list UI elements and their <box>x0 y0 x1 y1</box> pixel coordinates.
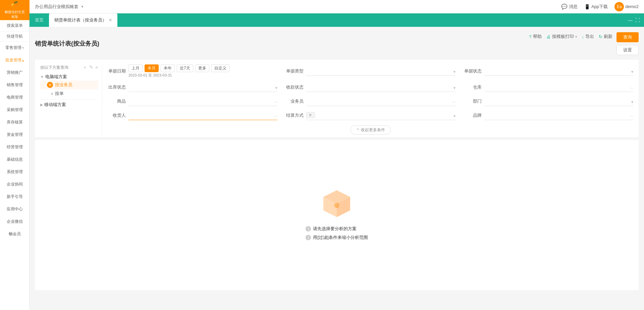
sidebar-quick-nav[interactable]: 快捷导航 <box>0 32 29 42</box>
message-btn[interactable]: 💬 消息 <box>561 4 578 10</box>
page-action-group: ? 帮助 🖨 按模板打印 ▾ ↓ 导出 ↻ <box>529 34 612 40</box>
settlement-tag-x[interactable]: ✕ <box>309 113 312 117</box>
sidebar-item-newuser[interactable]: 新手引导 <box>0 191 29 203</box>
department-label: 部门 <box>464 98 482 104</box>
tab-sales-stat-label: 销货单统计表（按业务员） <box>54 17 107 23</box>
date-btn-last-month[interactable]: 上月 <box>128 64 143 72</box>
pc-group-label: 电脑端方案 <box>45 74 67 80</box>
order-type-input[interactable] <box>306 68 455 73</box>
order-type-control: ▾ <box>306 66 455 76</box>
filter-area: 按以下方案查询 ＋ ✎ « ▼ 电脑端方案 <box>35 60 639 137</box>
receipt-status-input[interactable] <box>306 84 455 89</box>
department-dropdown-icon: ▾ <box>631 100 633 104</box>
warehouse-control: ··· <box>484 83 633 92</box>
receiver-input[interactable] <box>128 112 277 117</box>
goods-dots-icon: ··· <box>274 100 277 104</box>
tip-1: 1 请先选择要分析的方案 <box>306 226 368 232</box>
sidebar: 🍊 畅捷信好生意 标版 搜索菜单 快捷导航 零售管理 ▾ 批发管理 ▴ 营销推广… <box>0 0 30 310</box>
sidebar-item-ecommerce[interactable]: 电商管理 <box>0 91 29 104</box>
wholesale-arrow-icon: ▴ <box>22 58 24 62</box>
date-btn-this-month[interactable]: 本月 <box>145 64 159 72</box>
sidebar-item-purchase[interactable]: 采购管理 <box>0 104 29 116</box>
tab-sales-stat[interactable]: 销货单统计表（按业务员） ✕ <box>49 13 117 27</box>
filter-row-1: 单据日期 上月 本月 本年 近7天 更多 自定义 20 <box>108 64 633 78</box>
filter-row-4: 收货人 ··· 结算方式 ✕ <box>108 111 633 120</box>
scheme-add-icon[interactable]: ＋ <box>83 64 87 70</box>
logo[interactable]: 🍊 畅捷信好生意 标版 <box>0 0 30 20</box>
warehouse-input[interactable] <box>484 84 633 89</box>
receipt-status-dropdown-icon: ▾ <box>453 86 455 90</box>
help-btn[interactable]: ? 帮助 <box>529 34 541 40</box>
pc-group-toggle[interactable]: ▼ 电脑端方案 <box>40 73 98 81</box>
scheme-collapse-icon[interactable]: « <box>95 64 98 70</box>
receipt-status-control: ▾ <box>306 83 455 92</box>
sidebar-search[interactable]: 搜索菜单 <box>0 20 29 32</box>
help-label: 帮助 <box>533 34 542 40</box>
collapse-up-icon: ⌃ <box>356 128 360 133</box>
goods-input[interactable] <box>128 98 277 103</box>
user-menu[interactable]: Ea demo2 <box>614 2 639 11</box>
scheme-salesperson-label: 按业务员 <box>55 82 72 88</box>
sidebar-item-inventory[interactable]: 库存核算 <box>0 116 29 128</box>
setting-button[interactable]: 设置 <box>616 45 639 55</box>
scheme-salesperson-icon: 按 <box>47 82 53 88</box>
print-label: 按模板打印 <box>552 34 574 40</box>
tab-home[interactable]: 首页 <box>30 13 49 27</box>
tab-maximize-btn[interactable]: ⛶ <box>635 17 640 23</box>
brand-input[interactable] <box>484 112 633 117</box>
sidebar-item-sales[interactable]: 销售管理 <box>0 79 29 91</box>
date-btn-custom[interactable]: 自定义 <box>211 64 229 72</box>
order-status-control: ▾ <box>484 66 633 76</box>
scheme-by-salesperson[interactable]: 按 按业务员 <box>40 81 98 89</box>
sidebar-item-apps[interactable]: 应用中心 <box>0 203 29 215</box>
tab-actions: — ⛶ <box>628 17 644 23</box>
sidebar-item-basic[interactable]: 基础信息 <box>0 153 29 166</box>
tip-1-text: 请先选择要分析的方案 <box>313 226 357 232</box>
tab-home-label: 首页 <box>35 17 44 23</box>
out-status-control: ▾ <box>128 83 277 92</box>
sidebar-item-finance[interactable]: 资金管理 <box>0 128 29 141</box>
export-btn[interactable]: ↓ 导出 <box>582 34 594 40</box>
order-status-input[interactable] <box>484 68 633 73</box>
sidebar-item-retail[interactable]: 零售管理 ▾ <box>0 42 29 54</box>
empty-state: 1 请先选择要分析的方案 2 用[过滤]条件来缩小分析范围 <box>35 160 639 270</box>
empty-state-illustration <box>317 187 357 220</box>
tab-minimize-btn[interactable]: — <box>628 17 633 23</box>
date-btn-more[interactable]: 更多 <box>195 64 209 72</box>
order-status-label: 单据状态 <box>464 68 482 74</box>
sidebar-item-system[interactable]: 系统管理 <box>0 166 29 178</box>
app-download-btn[interactable]: 📱 App下载 <box>584 4 608 10</box>
scheme-by-order[interactable]: ≡ 按单 <box>40 89 98 98</box>
topbar-dropdown-icon[interactable]: ▾ <box>81 4 84 9</box>
refresh-btn[interactable]: ↻ 刷新 <box>599 34 612 40</box>
out-status-input[interactable] <box>128 84 277 89</box>
mobile-group-toggle[interactable]: ▶ 移动端方案 <box>40 101 98 108</box>
sidebar-item-wechat[interactable]: 企业微信 <box>0 215 29 228</box>
salesperson-input[interactable] <box>306 98 455 103</box>
department-input[interactable] <box>484 98 633 103</box>
sidebar-item-member[interactable]: 畅会员 <box>0 228 29 240</box>
sidebar-item-operations[interactable]: 经营管理 <box>0 141 29 153</box>
print-btn[interactable]: 🖨 按模板打印 ▾ <box>546 34 577 40</box>
salesperson-control: ··· <box>306 97 455 106</box>
collapse-btn[interactable]: ⌃ 收起更多条件 <box>351 125 391 135</box>
sidebar-item-wholesale[interactable]: 批发管理 ▴ <box>0 54 29 66</box>
tab-close-icon[interactable]: ✕ <box>109 18 112 22</box>
salesperson-dots-icon: ··· <box>452 100 455 104</box>
sidebar-item-marketing[interactable]: 营销推广 <box>0 66 29 79</box>
scheme-edit-icon[interactable]: ✎ <box>89 64 93 70</box>
scheme-header-icons: ＋ ✎ « <box>83 64 98 70</box>
topbar-left: 办公用品行业模拟账套 ▾ <box>35 4 84 10</box>
query-button[interactable]: 查询 <box>616 32 639 42</box>
date-btn-this-year[interactable]: 本年 <box>161 64 175 72</box>
logo-subtext: 标版 <box>11 14 18 19</box>
date-btn-7days[interactable]: 近7天 <box>177 64 193 72</box>
system-label: 系统管理 <box>7 169 23 175</box>
filter-row-3: 商品 ··· 业务员 ··· <box>108 97 633 106</box>
field-settlement: 结算方式 ✕ ▾ <box>285 111 455 120</box>
sidebar-item-enterprise[interactable]: 企业协同 <box>0 178 29 191</box>
content: 销货单统计表(按业务员) ? 帮助 🖨 按模板打印 ▾ ↓ <box>30 27 644 310</box>
goods-label: 商品 <box>108 98 126 104</box>
field-warehouse: 仓库 ··· <box>464 83 633 92</box>
out-status-dropdown-icon: ▾ <box>275 86 277 90</box>
